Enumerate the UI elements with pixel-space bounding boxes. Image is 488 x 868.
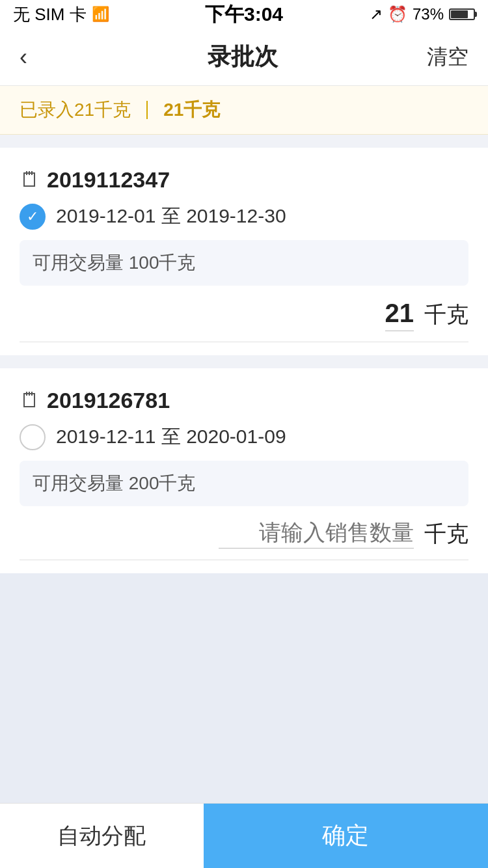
batch1-qty-unit: 千克 [424,300,468,330]
battery-percentage: 73% [413,5,444,23]
batch2-radio[interactable] [20,424,46,450]
recorded-label: 已录入21千克 [20,98,131,122]
info-banner: 已录入21千克 21千克 [0,86,488,135]
doc-icon-2: 🗒 [20,388,40,413]
location-icon: ↗ [370,5,383,23]
alarm-icon: ⏰ [388,5,407,23]
check-icon-1: ✓ [27,208,38,225]
batch1-no: 2019112347 [47,167,170,193]
nav-bar: ‹ 录批次 清空 [0,29,488,86]
batch1-header: 🗒 2019112347 [20,167,468,193]
sim-label: 无 SIM 卡 [13,3,87,26]
batch1-date: 2019-12-01 至 2019-12-30 [56,203,286,230]
status-time: 下午3:04 [205,1,283,28]
batch2-input-unit: 千克 [424,519,468,549]
batch2-avail: 可用交易量 200千克 [33,473,196,493]
confirm-button[interactable]: 确定 [204,804,489,868]
clear-button[interactable]: 清空 [427,43,468,72]
status-bar: 无 SIM 卡 📶 下午3:04 ↗ ⏰ 73% [0,0,488,29]
batch2-divider [20,560,468,560]
batch2-date-row[interactable]: 2019-12-11 至 2020-01-09 [20,424,468,450]
batch2-header: 🗒 2019126781 [20,388,468,413]
battery-icon [449,8,475,20]
back-button[interactable]: ‹ [20,44,59,71]
status-left: 无 SIM 卡 📶 [13,3,109,26]
batch1-divider [20,342,468,342]
batch1-qty-value: 21 [385,299,414,331]
page-title: 录批次 [208,41,278,73]
bottom-bar: 自动分配 确定 [0,803,488,868]
batch1-avail: 可用交易量 100千克 [33,252,196,273]
batch1-card: 🗒 2019112347 ✓ 2019-12-01 至 2019-12-30 可… [0,148,488,286]
doc-icon-1: 🗒 [20,168,40,192]
batch2-avail-box: 可用交易量 200千克 [20,461,468,506]
auto-distribute-button[interactable]: 自动分配 [0,804,204,868]
batch1-avail-box: 可用交易量 100千克 [20,240,468,286]
batch2-card: 🗒 2019126781 2019-12-11 至 2020-01-09 可用交… [0,368,488,506]
info-divider [146,101,148,119]
batch2-no: 2019126781 [47,388,170,413]
batch2-qty-input[interactable] [219,520,414,549]
batch1-date-row[interactable]: ✓ 2019-12-01 至 2019-12-30 [20,203,468,230]
batch1-qty-section: 21 千克 [0,286,488,355]
batch1-radio[interactable]: ✓ [20,204,46,230]
batch2-date: 2019-12-11 至 2020-01-09 [56,424,286,450]
batch2-input-section: 千克 [0,506,488,573]
batch2-input-row: 千克 [0,506,488,549]
status-right: ↗ ⏰ 73% [370,5,475,23]
wifi-icon: 📶 [92,6,109,23]
recorded-value: 21千克 [163,98,220,122]
batch1-qty-row: 21 千克 [0,286,488,331]
